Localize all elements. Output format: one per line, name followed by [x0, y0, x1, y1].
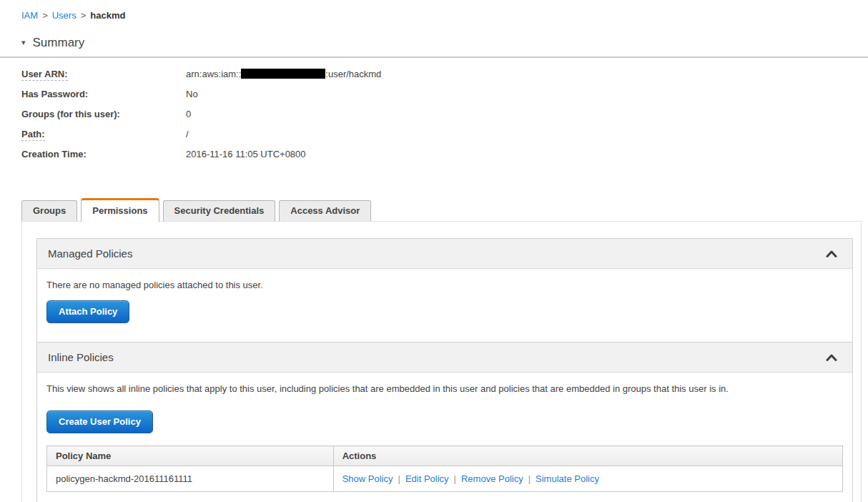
tab-permissions[interactable]: Permissions — [81, 198, 159, 222]
summary-divider — [0, 56, 868, 58]
breadcrumb-separator: > — [42, 10, 48, 21]
tab-security-credentials[interactable]: Security Credentials — [163, 200, 276, 221]
action-separator: | — [454, 473, 456, 484]
breadcrumb-link-iam[interactable]: IAM — [21, 10, 38, 21]
managed-policies-body: There are no managed policies attached t… — [37, 269, 852, 342]
edit-policy-link[interactable]: Edit Policy — [405, 473, 449, 484]
inline-policies-header[interactable]: Inline Policies — [37, 342, 852, 373]
summary-field-user-arn: User ARN: arn:aws:iam:::user/hackmd — [21, 69, 868, 89]
permissions-tab-panel: Managed Policies There are no managed po… — [21, 221, 862, 502]
attach-policy-button[interactable]: Attach Policy — [46, 300, 129, 323]
policy-name-cell: policygen-hackmd-201611161111 — [47, 466, 334, 492]
managed-policies-empty-message: There are no managed policies attached t… — [46, 280, 843, 290]
summary-field-groups: Groups (for this user): 0 — [21, 109, 868, 129]
tab-bar: Groups Permissions Security Credentials … — [21, 198, 868, 221]
breadcrumb-current-user: hackmd — [90, 10, 125, 21]
table-header-row: Policy Name Actions — [47, 446, 843, 466]
managed-policies-header[interactable]: Managed Policies — [37, 239, 852, 269]
inline-policies-title: Inline Policies — [48, 351, 114, 363]
breadcrumb: IAM>Users>hackmd — [21, 10, 868, 21]
summary-title: Summary — [33, 36, 85, 49]
chevron-up-icon[interactable] — [826, 353, 837, 362]
has-password-value: No — [186, 89, 198, 99]
redacted-account-id — [241, 69, 325, 79]
column-header-actions: Actions — [333, 446, 842, 466]
table-row: policygen-hackmd-201611161111 Show Polic… — [47, 466, 843, 492]
inline-policies-description: This view shows all inline policies that… — [46, 383, 843, 394]
summary-field-has-password: Has Password: No — [21, 89, 868, 109]
policy-sections: Managed Policies There are no managed po… — [36, 238, 853, 502]
creation-time-label: Creation Time: — [21, 149, 186, 159]
user-arn-label: User ARN: — [21, 69, 68, 81]
path-label: Path: — [21, 129, 45, 141]
simulate-policy-link[interactable]: Simulate Policy — [536, 473, 599, 484]
summary-field-path: Path: / — [21, 129, 868, 149]
breadcrumb-separator: > — [81, 10, 87, 21]
inline-policies-table: Policy Name Actions policygen-hackmd-201… — [46, 446, 843, 492]
show-policy-link[interactable]: Show Policy — [342, 473, 393, 484]
column-header-policy-name: Policy Name — [47, 446, 334, 466]
breadcrumb-link-users[interactable]: Users — [52, 10, 77, 21]
summary-field-creation-time: Creation Time: 2016-11-16 11:05 UTC+0800 — [21, 149, 868, 169]
summary-section-heading: ▾Summary — [21, 36, 868, 50]
user-arn-value: arn:aws:iam:::user/hackmd — [186, 69, 381, 79]
path-value: / — [186, 129, 189, 139]
groups-value: 0 — [186, 109, 191, 119]
groups-label: Groups (for this user): — [21, 109, 186, 119]
creation-time-value: 2016-11-16 11:05 UTC+0800 — [186, 149, 306, 159]
inline-policies-body: This view shows all inline policies that… — [37, 373, 852, 502]
create-user-policy-button[interactable]: Create User Policy — [46, 410, 153, 433]
tab-groups[interactable]: Groups — [21, 200, 77, 221]
policy-actions-cell: Show Policy|Edit Policy|Remove Policy|Si… — [333, 466, 842, 492]
managed-policies-title: Managed Policies — [48, 247, 132, 260]
chevron-up-icon[interactable] — [826, 250, 837, 258]
summary-fields: User ARN: arn:aws:iam:::user/hackmd Has … — [21, 69, 868, 169]
remove-policy-link[interactable]: Remove Policy — [461, 473, 523, 484]
has-password-label: Has Password: — [21, 89, 186, 99]
action-separator: | — [528, 473, 531, 484]
action-separator: | — [398, 473, 400, 484]
tab-access-advisor[interactable]: Access Advisor — [279, 200, 371, 221]
triangle-down-icon[interactable]: ▾ — [21, 38, 26, 47]
